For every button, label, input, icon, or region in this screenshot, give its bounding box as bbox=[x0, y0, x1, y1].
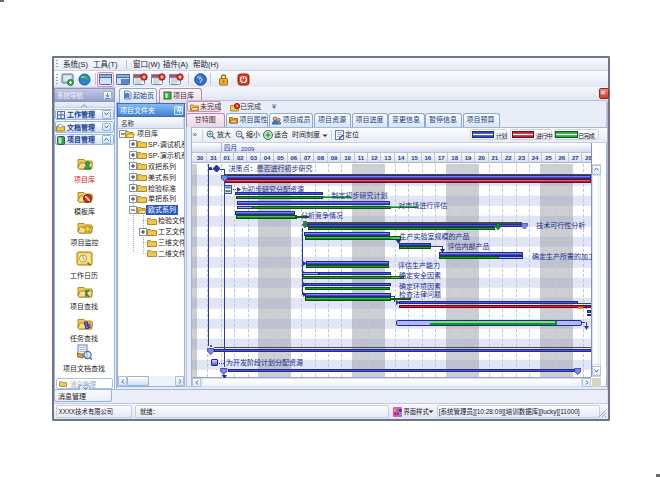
svg-text:?: ? bbox=[198, 76, 203, 85]
